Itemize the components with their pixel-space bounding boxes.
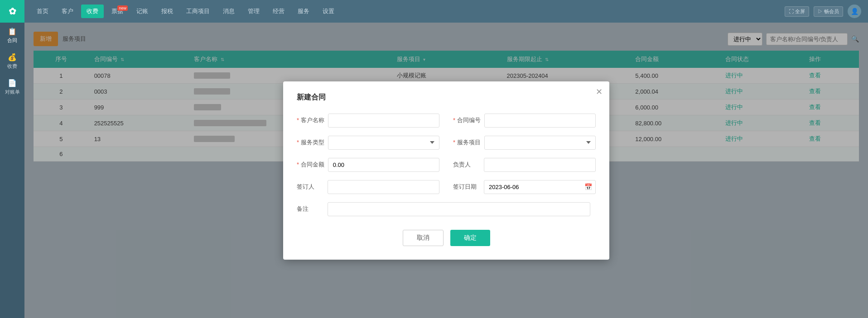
sign-date-label: 签订日期	[453, 183, 480, 191]
nav-home[interactable]: 首页	[31, 5, 54, 18]
sidebar: ✿ 📋 合同 💰 收费 📄 对账单	[0, 0, 24, 318]
contract-no-input[interactable]	[484, 114, 596, 128]
sidebar-logo[interactable]: ✿	[0, 0, 24, 23]
nav-manage[interactable]: 管理	[242, 5, 265, 18]
fullscreen-icon: ⛶	[789, 9, 794, 14]
nav-business[interactable]: 工商项目	[181, 5, 215, 18]
statement-icon: 📄	[8, 79, 17, 87]
modal-title: 新建合同	[297, 93, 596, 102]
calendar-icon[interactable]: 📅	[584, 183, 592, 190]
remark-label: 备注	[297, 205, 324, 213]
nav-customer[interactable]: 客户	[56, 5, 79, 18]
fullscreen-button[interactable]: ⛶ 全屏	[785, 6, 809, 17]
fee-icon: 💰	[8, 53, 17, 62]
sidebar-item-contract[interactable]: 📋 合同	[0, 23, 24, 48]
modal-footer: 取消 确定	[297, 230, 596, 246]
new-badge: new	[117, 5, 128, 11]
avatar-icon: 👤	[851, 8, 858, 15]
modal: ✕ 新建合同 客户名称 合同编号 服务类型	[283, 81, 609, 260]
form-row-responsible: 负责人	[453, 158, 596, 172]
remark-input[interactable]	[328, 202, 590, 216]
signer-label: 签订人	[297, 183, 324, 191]
form-row-sign-date: 签订日期 📅	[453, 180, 596, 194]
fullscreen-label: 全屏	[795, 9, 805, 14]
service-type-select[interactable]	[328, 136, 439, 150]
sign-date-input[interactable]	[484, 180, 596, 194]
sidebar-item-fee-label: 收费	[7, 63, 17, 70]
member-label: 畅会员	[824, 9, 839, 14]
responsible-person-label: 负责人	[453, 161, 480, 169]
cancel-button[interactable]: 取消	[403, 230, 444, 246]
nav-message[interactable]: 消息	[217, 5, 240, 18]
main-area: 首页 客户 收费 票据 new 记账 报税 工商项目 消息 管理 经营 服务 设…	[24, 0, 868, 318]
nav-tax[interactable]: 报税	[156, 5, 178, 18]
form-row-amount: 合同金额	[297, 158, 439, 172]
form-row-customer: 客户名称	[297, 114, 439, 128]
content-area: 新增 服务项目 进行中 已完成 已终止 🔍 序号 合同编号 ⇅	[24, 23, 868, 318]
contract-amount-label: 合同金额	[297, 161, 324, 169]
sidebar-item-contract-label: 合同	[7, 37, 17, 44]
confirm-button[interactable]: 确定	[450, 230, 490, 246]
form-grid: 客户名称 合同编号 服务类型 服务项目	[297, 114, 596, 216]
customer-name-input[interactable]	[328, 114, 439, 128]
form-row-service-item: 服务项目	[453, 136, 596, 150]
form-row-signer: 签订人	[297, 180, 439, 194]
nav-settings[interactable]: 设置	[317, 5, 340, 18]
avatar[interactable]: 👤	[848, 5, 861, 18]
nav-bookkeeping[interactable]: 记账	[131, 5, 154, 18]
contract-no-label: 合同编号	[453, 116, 481, 124]
modal-overlay: ✕ 新建合同 客户名称 合同编号 服务类型	[24, 23, 868, 318]
nav-fee[interactable]: 收费	[81, 5, 104, 18]
sidebar-item-fee[interactable]: 💰 收费	[0, 48, 24, 74]
service-type-label: 服务类型	[297, 138, 324, 147]
service-item-label: 服务项目	[453, 138, 481, 147]
signer-input[interactable]	[328, 180, 439, 194]
form-row-remark: 备注	[297, 202, 596, 216]
play-icon: ▷	[818, 9, 823, 14]
form-row-service-type: 服务类型	[297, 136, 439, 150]
form-row-contract-no: 合同编号	[453, 114, 596, 128]
member-button[interactable]: ▷ 畅会员	[814, 6, 843, 17]
nav-invoice[interactable]: 票据 new	[106, 5, 129, 18]
topnav-right: ⛶ 全屏 ▷ 畅会员 👤	[785, 5, 861, 18]
sidebar-item-statement[interactable]: 📄 对账单	[0, 74, 24, 100]
nav-operation[interactable]: 经营	[267, 5, 290, 18]
customer-name-label: 客户名称	[297, 116, 324, 124]
responsible-person-input[interactable]	[484, 158, 596, 172]
logo-icon: ✿	[9, 6, 16, 17]
modal-close-button[interactable]: ✕	[596, 87, 603, 97]
service-item-select[interactable]	[484, 136, 596, 150]
topnav: 首页 客户 收费 票据 new 记账 报税 工商项目 消息 管理 经营 服务 设…	[24, 0, 868, 23]
contract-icon: 📋	[8, 27, 17, 36]
nav-service[interactable]: 服务	[292, 5, 315, 18]
sign-date-wrapper: 📅	[484, 180, 596, 194]
contract-amount-input[interactable]	[328, 158, 439, 172]
sidebar-item-statement-label: 对账单	[5, 89, 20, 95]
